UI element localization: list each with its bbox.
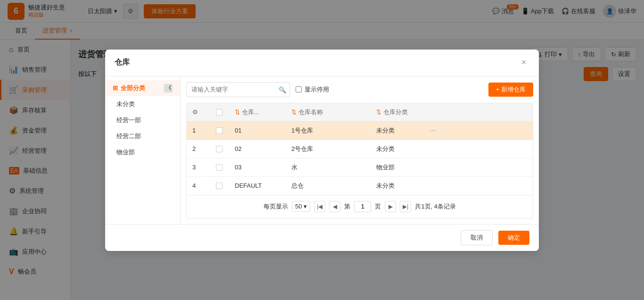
modal-overlay: 仓库 × ⊞ 全部分类 《 未分类 经营一部 经营二部 [0, 0, 644, 300]
sort-icon-name: ⇅ [291, 108, 297, 116]
td-cat-4: 未分类 [371, 177, 441, 195]
category-ops2[interactable]: 经营二部 [105, 128, 180, 144]
table-row[interactable]: 2 02 2号仓库 未分类 [187, 140, 533, 158]
modal-toolbar: 🔍 显示停用 + 新增仓库 [186, 82, 533, 97]
td-num-2: 2 [187, 140, 210, 158]
table-row[interactable]: 4 DEFAULT 总仓 未分 [187, 177, 533, 195]
modal-body: ⊞ 全部分类 《 未分类 经营一部 经营二部 物业部 [105, 76, 539, 224]
settings-col-icon: ⚙ [192, 108, 198, 116]
next-page-button[interactable]: ▶ [385, 201, 396, 212]
td-check-3 [210, 158, 229, 176]
modal-close-button[interactable]: × [518, 57, 529, 68]
th-name: ⇅ 仓库名称 [286, 103, 371, 121]
per-page-label: 每页显示 [264, 202, 288, 211]
th-checkbox [210, 103, 229, 121]
td-code-4: DEFAULT [229, 177, 286, 195]
td-num-1: 1 [187, 122, 210, 140]
modal-footer: 取消 确定 [105, 224, 539, 251]
th-code: ⇅ 仓库... [229, 103, 286, 121]
table-row[interactable]: 3 03 水 物业部 [187, 158, 533, 177]
warehouse-modal: 仓库 × ⊞ 全部分类 《 未分类 经营一部 经营二部 [105, 50, 539, 251]
table-row[interactable]: 1 01 1号仓库 未分类 [187, 122, 533, 140]
grid-icon: ⊞ [113, 84, 118, 92]
td-num-3: 3 [187, 158, 210, 176]
modal-title: 仓库 [115, 58, 130, 67]
category-property[interactable]: 物业部 [105, 144, 180, 160]
category-ops1[interactable]: 经营一部 [105, 112, 180, 128]
page-suffix: 页 [375, 202, 381, 211]
th-category: ⇅ 仓库分类 [371, 103, 441, 121]
per-page-select[interactable]: 50 ▾ [292, 201, 310, 212]
td-name-3: 水 [286, 158, 371, 176]
sort-icon-cat: ⇅ [376, 108, 381, 116]
modal-category-sidebar: ⊞ 全部分类 《 未分类 经营一部 经营二部 物业部 [105, 76, 181, 224]
show-disabled-label: 显示停用 [296, 85, 329, 94]
search-icon[interactable]: 🔍 [279, 86, 286, 93]
row-checkbox-3[interactable] [216, 164, 223, 171]
td-name-4: 总仓 [286, 177, 371, 195]
category-unclassified[interactable]: 未分类 [105, 96, 180, 112]
table-header: ⚙ ⇅ 仓库... ⇅ 仓库名称 [187, 103, 533, 122]
row-checkbox-1[interactable] [216, 127, 223, 134]
sort-icon: ⇅ [235, 108, 240, 116]
row-checkbox-4[interactable] [216, 183, 223, 189]
td-code-1: 01 [229, 122, 286, 140]
dropdown-icon: ▾ [304, 203, 307, 210]
select-all-checkbox[interactable] [216, 109, 223, 116]
modal-main: 🔍 显示停用 + 新增仓库 ⚙ [181, 76, 539, 224]
first-page-button[interactable]: |◀ [314, 201, 325, 212]
td-code-2: 02 [229, 140, 286, 158]
modal-header: 仓库 × [105, 50, 539, 76]
page-prefix: 第 [344, 202, 350, 211]
last-page-button[interactable]: ▶| [400, 201, 411, 212]
collapse-button[interactable]: 《 [164, 84, 173, 92]
search-input[interactable] [186, 82, 290, 97]
td-cat-3: 物业部 [371, 158, 441, 176]
total-info: 共1页, 4条记录 [415, 202, 456, 211]
new-warehouse-button[interactable]: + 新增仓库 [488, 83, 533, 97]
table-body: 1 01 1号仓库 未分类 [187, 122, 533, 195]
page-number-input[interactable] [354, 201, 371, 212]
confirm-button[interactable]: 确定 [498, 231, 529, 245]
cancel-button[interactable]: 取消 [461, 230, 493, 245]
row-checkbox-2[interactable] [216, 146, 223, 152]
td-check-1 [210, 122, 229, 140]
warehouse-table: ⚙ ⇅ 仓库... ⇅ 仓库名称 [186, 103, 533, 218]
td-cat-2: 未分类 [371, 140, 441, 158]
search-box: 🔍 [186, 82, 290, 97]
category-all[interactable]: ⊞ 全部分类 《 [105, 80, 180, 96]
category-all-label: 全部分类 [121, 84, 145, 92]
th-settings: ⚙ [187, 103, 210, 121]
td-check-2 [210, 140, 229, 158]
show-disabled-checkbox[interactable] [296, 86, 302, 92]
modal-pagination: 每页显示 50 ▾ |◀ ◀ 第 页 ▶ ▶| 共1页, 4条记录 [187, 195, 533, 218]
td-num-4: 4 [187, 177, 210, 195]
td-cat-1: 未分类 ··· [371, 122, 441, 140]
prev-page-button[interactable]: ◀ [329, 201, 340, 212]
td-name-1: 1号仓库 [286, 122, 371, 140]
row-actions-1[interactable]: ··· [429, 126, 436, 135]
td-name-2: 2号仓库 [286, 140, 371, 158]
td-code-3: 03 [229, 158, 286, 176]
td-check-4 [210, 177, 229, 195]
